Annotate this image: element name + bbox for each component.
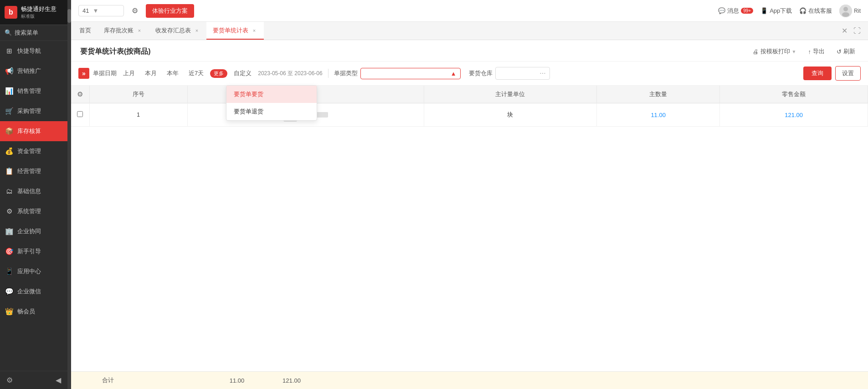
refresh-btn[interactable]: ↺ 刷新 xyxy=(833,46,859,57)
avatar xyxy=(839,5,852,17)
tab-batch-stock[interactable]: 库存批次账 × xyxy=(98,22,149,40)
sidebar-search[interactable]: 🔍 搜索菜单 xyxy=(0,25,67,41)
sidebar-item-sales[interactable]: 📊 销售管理 xyxy=(0,81,67,101)
user-profile-btn[interactable]: Rit xyxy=(839,5,861,17)
date-btn-last-month[interactable]: 上月 xyxy=(119,68,139,79)
refresh-icon: ↺ xyxy=(837,48,842,55)
app-download-btn[interactable]: 📱 App下载 xyxy=(760,7,792,15)
type-select[interactable]: ▲ xyxy=(360,68,461,79)
sidebar-item-marketing[interactable]: 📢 营销推广 xyxy=(0,61,67,81)
filter-settings-button[interactable]: 设置 xyxy=(835,66,861,81)
sidebar-item-quick-nav[interactable]: ⊞ 快捷导航 xyxy=(0,41,67,61)
svg-point-1 xyxy=(843,7,848,11)
tab-collect-summary[interactable]: 收发存汇总表 × xyxy=(149,22,206,40)
sidebar-item-operations[interactable]: 📋 经营管理 xyxy=(0,161,67,181)
dropdown-item-demand-order[interactable]: 要货单要货 xyxy=(226,86,317,103)
app-center-icon: 📱 xyxy=(5,267,14,276)
dropdown-item-demand-return[interactable]: 要货单退货 xyxy=(226,103,317,120)
query-button[interactable]: 查询 xyxy=(803,67,832,80)
tabbar-actions: ✕ ⛶ xyxy=(839,22,866,40)
type-select-arrow-icon: ▲ xyxy=(451,70,457,77)
sidebar-item-system[interactable]: ⚙ 系统管理 xyxy=(0,201,67,221)
date-more-tag[interactable]: 更多 xyxy=(210,69,227,78)
date-label: 单据日期 xyxy=(93,69,117,77)
maximize-btn[interactable]: ⛶ xyxy=(852,26,863,36)
tab-batch-stock-label: 库存批次账 xyxy=(104,26,134,35)
date-btn-this-month[interactable]: 本月 xyxy=(141,68,160,79)
export-label: 导出 xyxy=(813,47,825,56)
row-checkbox-cell[interactable] xyxy=(71,103,89,127)
col-index: 序号 xyxy=(89,86,187,103)
sidebar-item-label: 快捷导航 xyxy=(17,47,41,55)
sidebar-item-member[interactable]: 👑 畅会员 xyxy=(0,302,67,322)
message-btn[interactable]: 💬 消息 99+ xyxy=(718,7,753,15)
tab-demand-stats-close[interactable]: × xyxy=(251,27,257,34)
sidebar-item-app-center[interactable]: 📱 应用中心 xyxy=(0,261,67,282)
member-icon: 👑 xyxy=(5,307,14,316)
sidebar-item-label: 营销推广 xyxy=(17,67,41,75)
table-settings-col[interactable]: ⚙ xyxy=(71,86,89,103)
sidebar-item-label: 畅会员 xyxy=(17,307,35,316)
row-unit: 块 xyxy=(424,103,597,127)
sidebar-item-wechat[interactable]: 💬 企业微信 xyxy=(0,282,67,302)
main-area: 41 ▼ ⚙ 体验行业方案 💬 消息 99+ 📱 App下载 🎧 在线客服 xyxy=(71,0,868,389)
table-area: ⚙ 序号 商品 主计量单位 主数量 零售金额 1 xyxy=(71,86,868,371)
marketing-icon: 📢 xyxy=(5,67,14,76)
operations-icon: 📋 xyxy=(5,167,14,176)
print-btn[interactable]: 🖨 按模板打印 ▼ xyxy=(749,46,800,57)
tab-collect-summary-close[interactable]: × xyxy=(194,27,200,34)
message-label: 消息 xyxy=(727,7,739,15)
settings-icon[interactable]: ⚙ xyxy=(6,376,13,384)
collapse-icon[interactable]: ◀ xyxy=(56,376,61,384)
tab-home[interactable]: 首页 xyxy=(73,22,98,40)
app-logo: b xyxy=(5,6,17,19)
tab-batch-stock-close[interactable]: × xyxy=(136,27,143,34)
sidebar-item-label: 企业微信 xyxy=(17,287,41,296)
page-actions: 🖨 按模板打印 ▼ ↑ 导出 ↺ 刷新 xyxy=(749,46,859,57)
close-all-tabs-btn[interactable]: ✕ xyxy=(839,26,850,36)
workspace-value: 41 xyxy=(82,7,89,14)
sidebar-item-inventory[interactable]: 📦 库存核算 xyxy=(0,121,67,141)
sidebar-item-label: 新手引导 xyxy=(17,247,41,256)
topbar-left: 41 ▼ ⚙ 体验行业方案 xyxy=(78,4,194,18)
date-btn-last-7-days[interactable]: 近7天 xyxy=(185,68,207,79)
row-retail-amount[interactable]: 121.00 xyxy=(720,103,868,127)
sidebar-item-guide[interactable]: 🎯 新手引导 xyxy=(0,241,67,261)
export-btn[interactable]: ↑ 导出 xyxy=(805,46,829,57)
row-main-qty[interactable]: 11.00 xyxy=(597,103,720,127)
sidebar-item-purchase[interactable]: 🛒 采购管理 xyxy=(0,101,67,121)
workspace-selector[interactable]: 41 ▼ xyxy=(78,5,124,16)
refresh-label: 刷新 xyxy=(843,47,855,56)
online-service-btn[interactable]: 🎧 在线客服 xyxy=(799,7,832,15)
quick-nav-icon: ⊞ xyxy=(5,46,14,56)
industry-btn[interactable]: 体验行业方案 xyxy=(146,4,194,18)
row-checkbox[interactable] xyxy=(77,111,83,117)
sidebar-item-label: 系统管理 xyxy=(17,207,41,215)
sidebar-scrollbar[interactable] xyxy=(67,0,71,389)
sidebar-item-basic[interactable]: 🗂 基础信息 xyxy=(0,181,67,201)
tab-demand-stats[interactable]: 要货单统计表 × xyxy=(206,22,264,40)
date-btn-this-year[interactable]: 本年 xyxy=(163,68,182,79)
sidebar-item-label: 销售管理 xyxy=(17,87,41,95)
sidebar-item-label: 应用中心 xyxy=(17,267,41,276)
column-settings-icon[interactable]: ⚙ xyxy=(77,90,83,98)
wechat-icon: 💬 xyxy=(5,287,14,296)
col-main-qty: 主数量 xyxy=(597,86,720,103)
sidebar-nav: ⊞ 快捷导航 📢 营销推广 📊 销售管理 🛒 采购管理 📦 库存核算 💰 资金管… xyxy=(0,41,67,371)
warehouse-select[interactable]: ··· xyxy=(495,67,550,80)
expand-filter-btn[interactable]: » xyxy=(78,68,89,79)
purchase-icon: 🛒 xyxy=(5,107,14,116)
svg-point-2 xyxy=(842,12,849,17)
search-label: 搜索菜单 xyxy=(15,29,38,37)
message-icon: 💬 xyxy=(718,7,725,14)
sidebar-item-enterprise[interactable]: 🏢 企业协同 xyxy=(0,221,67,241)
date-filter-group: 单据日期 上月 本月 本年 近7天 更多 自定义 2023-05-06 至 20… xyxy=(93,68,323,79)
selector-arrow-icon: ▼ xyxy=(92,7,98,14)
date-custom-btn[interactable]: 自定义 xyxy=(230,68,255,79)
system-icon: ⚙ xyxy=(5,207,14,216)
topbar-gear-button[interactable]: ⚙ xyxy=(128,5,141,17)
enterprise-icon: 🏢 xyxy=(5,227,14,236)
page-header: 要货单统计表(按商品) 🖨 按模板打印 ▼ ↑ 导出 ↺ 刷新 xyxy=(71,40,868,61)
sidebar-item-finance[interactable]: 💰 资金管理 xyxy=(0,141,67,161)
export-icon: ↑ xyxy=(808,48,812,55)
